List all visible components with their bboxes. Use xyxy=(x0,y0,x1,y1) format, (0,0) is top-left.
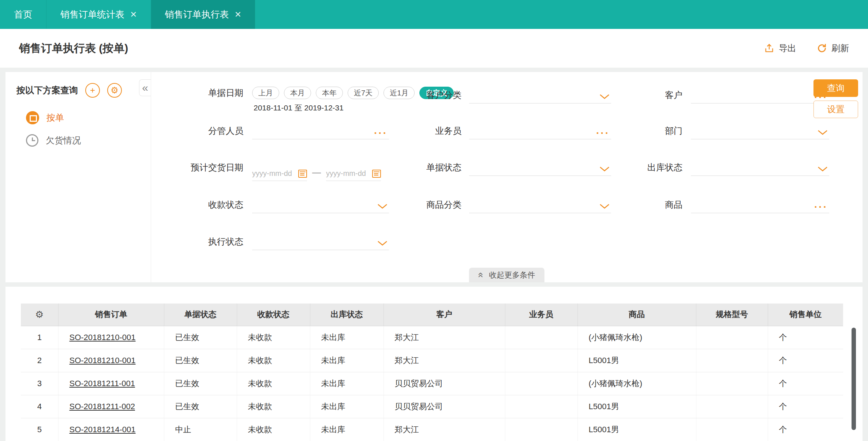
row-number: 3 xyxy=(21,372,58,395)
delivery-date-start-input[interactable]: yyyy-mm-dd xyxy=(252,164,307,181)
scheme-settings-button[interactable]: ⚙ xyxy=(107,83,122,98)
department-label: 部门 xyxy=(611,122,682,139)
date-pill-2[interactable]: 本月 xyxy=(284,87,311,99)
scrollbar-thumb[interactable] xyxy=(852,328,856,430)
customer-category-select[interactable] xyxy=(469,87,611,103)
outbound-status-select[interactable] xyxy=(691,159,829,176)
sidebar-item-1[interactable]: 按单 xyxy=(5,106,151,129)
order-link[interactable]: SO-20181211-001 xyxy=(70,379,135,388)
spec-cell xyxy=(696,326,768,349)
product-category-select[interactable] xyxy=(469,196,611,213)
refresh-label: 刷新 xyxy=(831,42,849,54)
row-number: 4 xyxy=(21,395,58,418)
table-scrollbar[interactable] xyxy=(852,328,856,437)
clock-icon xyxy=(26,134,38,147)
collapse-more-conditions-button[interactable]: « 收起更多条件 xyxy=(469,268,545,282)
product-cell: L5001男 xyxy=(577,349,696,372)
unit-cell: 个 xyxy=(768,326,843,349)
customer-label: 客户 xyxy=(611,87,682,103)
sidebar-title: 按以下方案查询 xyxy=(16,84,78,96)
spec-cell xyxy=(696,349,768,372)
date-pill-1[interactable]: 上月 xyxy=(252,87,279,99)
execution-status-select[interactable] xyxy=(252,233,389,250)
date-range-separator: — xyxy=(312,167,321,181)
unit-cell: 个 xyxy=(768,372,843,395)
table-row: 3SO-20181211-001已生效未收款未出库贝贝贸易公司(小猪佩琦水枪)个 xyxy=(21,372,843,395)
table-row: 5SO-20181214-001中止未收款未出库郑大江L5001男个 xyxy=(21,418,843,441)
export-label: 导出 xyxy=(779,42,796,54)
date-pill-3[interactable]: 本年 xyxy=(316,87,343,99)
sidebar-item-2[interactable]: 欠货情况 xyxy=(5,129,151,152)
column-header-6: 业务员 xyxy=(505,304,577,326)
query-button[interactable]: 查询 xyxy=(813,79,858,97)
tab-3[interactable]: 销售订单执行表× xyxy=(151,0,255,29)
product-picker[interactable]: ··· xyxy=(691,196,829,213)
close-icon[interactable]: × xyxy=(235,9,242,20)
outbound_status-cell: 未出库 xyxy=(310,418,384,441)
delivery-date-end-input[interactable]: yyyy-mm-dd xyxy=(326,164,381,181)
payment_status-cell: 未收款 xyxy=(237,349,310,372)
settings-button[interactable]: 设置 xyxy=(813,101,858,118)
column-header-9: 销售单位 xyxy=(768,304,843,326)
filter-row-2: 分管人员 ··· 业务员 ··· 部门 xyxy=(177,122,804,144)
column-header-3: 收款状态 xyxy=(237,304,310,326)
order-link[interactable]: SO-20181210-001 xyxy=(70,356,136,365)
spec-cell xyxy=(696,395,768,418)
doc_status-cell: 已生效 xyxy=(164,372,237,395)
chevron-down-icon xyxy=(599,166,610,172)
customer-picker[interactable]: ··· xyxy=(691,87,829,103)
tab-label: 首页 xyxy=(14,8,32,20)
ellipsis-icon[interactable]: ··· xyxy=(814,202,828,212)
close-icon[interactable]: × xyxy=(130,9,137,20)
doc-date-label: 单据日期 xyxy=(177,87,243,99)
tab-1[interactable]: 首页 xyxy=(0,0,46,29)
salesman-cell xyxy=(505,395,577,418)
filter-panel: 单据日期 上月本月本年近7天近1月自定义 2018-11-01 至 2019-1… xyxy=(151,72,863,282)
payment-status-label: 收款状态 xyxy=(177,196,243,213)
sidebar-item-label: 按单 xyxy=(46,112,64,124)
manager-label: 分管人员 xyxy=(177,122,243,139)
date-pill-4[interactable]: 近7天 xyxy=(348,87,379,99)
delivery-date-range: yyyy-mm-dd — yyyy-mm-dd xyxy=(252,164,381,181)
order-link[interactable]: SO-20181211-002 xyxy=(70,402,135,411)
ellipsis-icon[interactable]: ··· xyxy=(374,128,388,138)
calendar-icon[interactable] xyxy=(298,170,307,178)
product-cell: L5001男 xyxy=(577,418,696,441)
table-header-row: ⚙ 销售订单单据状态收款状态出库状态客户业务员商品规格型号销售单位 xyxy=(21,304,843,326)
order-link[interactable]: SO-20181210-001 xyxy=(70,333,136,342)
customer-cell: 郑大江 xyxy=(384,349,505,372)
column-settings-icon[interactable]: ⚙ xyxy=(35,309,44,320)
main-area: 按以下方案查询 + ⚙ « 按单欠货情况 单据日期 上月本月本年近7天近1月自定… xyxy=(5,72,863,282)
product-category-label: 商品分类 xyxy=(389,196,461,213)
calendar-icon[interactable] xyxy=(372,170,381,178)
chevron-down-icon xyxy=(599,204,610,209)
row-number: 2 xyxy=(21,349,58,372)
customer-cell: 贝贝贸易公司 xyxy=(384,395,505,418)
chevron-down-icon xyxy=(818,166,828,172)
order-scheme-icon xyxy=(26,111,39,124)
refresh-button[interactable]: 刷新 xyxy=(817,42,849,54)
customer-cell: 郑大江 xyxy=(384,326,505,349)
tab-2[interactable]: 销售订单统计表× xyxy=(46,0,151,29)
payment-status-select[interactable] xyxy=(252,196,389,213)
title-bar: 销售订单执行表 (按单) 导出 刷新 xyxy=(0,29,868,68)
department-select[interactable] xyxy=(691,122,829,139)
ellipsis-icon[interactable]: ··· xyxy=(596,128,610,138)
results-table-panel: ⚙ 销售订单单据状态收款状态出库状态客户业务员商品规格型号销售单位 1SO-20… xyxy=(5,287,863,441)
order-cell: SO-20181211-001 xyxy=(58,372,164,395)
order-link[interactable]: SO-20181214-001 xyxy=(70,425,136,434)
page-title: 销售订单执行表 (按单) xyxy=(19,41,128,56)
outbound-status-label: 出库状态 xyxy=(611,159,682,176)
product-cell: (小猪佩琦水枪) xyxy=(577,326,696,349)
sidebar-collapse-icon[interactable]: « xyxy=(139,79,151,96)
product-cell: L5001男 xyxy=(577,395,696,418)
chevrons-up-icon: « xyxy=(476,272,486,278)
column-header-2: 单据状态 xyxy=(164,304,237,326)
doc-status-select[interactable] xyxy=(469,159,611,176)
doc_status-cell: 已生效 xyxy=(164,326,237,349)
add-scheme-button[interactable]: + xyxy=(85,83,100,98)
manager-picker[interactable]: ··· xyxy=(252,122,389,139)
salesman-cell xyxy=(505,326,577,349)
export-button[interactable]: 导出 xyxy=(764,42,796,54)
salesman-picker[interactable]: ··· xyxy=(469,122,611,139)
